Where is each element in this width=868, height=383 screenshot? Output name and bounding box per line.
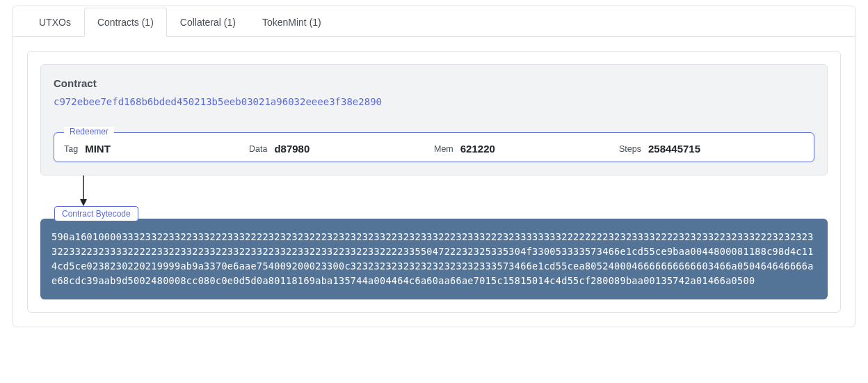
redeemer-data-label: Data	[249, 144, 267, 154]
contract-title: Contract	[54, 77, 814, 89]
bytecode-legend: Contract Bytecode	[54, 206, 138, 221]
bytecode-box: 590a160100003332332233223332223332222323…	[40, 219, 828, 299]
redeemer-legend: Redeemer	[64, 127, 114, 136]
redeemer-row: Tag MINT Data d87980 Mem 621220 Steps	[64, 143, 804, 155]
tab-collateral[interactable]: Collateral (1)	[167, 8, 249, 37]
main-card: UTXOs Contracts (1) Collateral (1) Token…	[13, 6, 855, 327]
redeemer-steps-value: 258445715	[648, 143, 700, 155]
redeemer-mem-value: 621220	[460, 143, 495, 155]
redeemer-data-value: d87980	[274, 143, 310, 155]
redeemer-tag: Tag MINT	[64, 143, 249, 155]
redeemer-data: Data d87980	[249, 143, 434, 155]
contract-panel: Contract c972ebee7efd168b6bded450213b5ee…	[27, 51, 841, 313]
arrow-down-icon	[77, 175, 90, 206]
content-wrapper: Contract c972ebee7efd168b6bded450213b5ee…	[13, 37, 855, 327]
tab-utxos[interactable]: UTXOs	[26, 8, 84, 37]
redeemer-mem-label: Mem	[434, 144, 453, 154]
contract-header: Contract c972ebee7efd168b6bded450213b5ee…	[40, 64, 828, 175]
redeemer-box: Redeemer Tag MINT Data d87980 Mem 621220	[54, 132, 814, 162]
redeemer-steps-label: Steps	[619, 144, 641, 154]
redeemer-tag-value: MINT	[85, 143, 111, 155]
redeemer-tag-label: Tag	[64, 144, 78, 154]
tabs-bar: UTXOs Contracts (1) Collateral (1) Token…	[13, 6, 855, 37]
contract-hash-link[interactable]: c972ebee7efd168b6bded450213b5eeb03021a96…	[54, 96, 814, 107]
redeemer-steps: Steps 258445715	[619, 143, 804, 155]
tab-contracts[interactable]: Contracts (1)	[84, 8, 167, 37]
redeemer-mem: Mem 621220	[434, 143, 619, 155]
arrow-connector	[77, 175, 828, 206]
tab-tokenmint[interactable]: TokenMint (1)	[249, 8, 335, 37]
svg-marker-1	[80, 199, 87, 206]
